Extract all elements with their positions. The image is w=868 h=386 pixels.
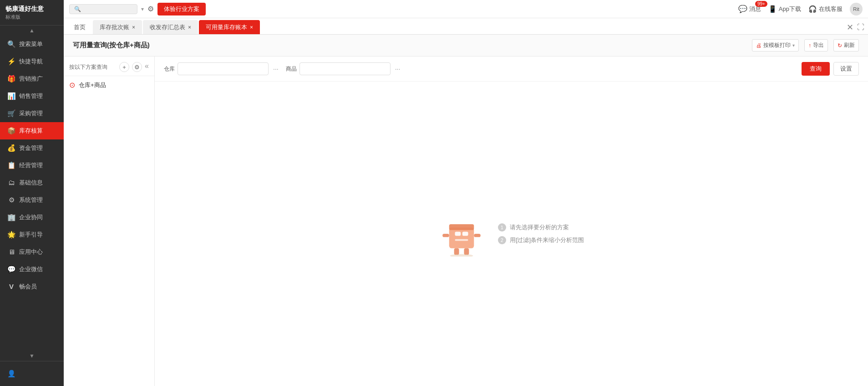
warehouse-field: 仓库 ···: [164, 62, 280, 75]
avatar-text: Rit: [853, 6, 859, 12]
search-action-buttons: 查询 设置: [802, 62, 859, 76]
svg-rect-1: [449, 224, 474, 230]
tip-num-2: 2: [498, 236, 506, 244]
tab-available-close-icon[interactable]: ×: [250, 25, 253, 30]
tab-collect-close-icon[interactable]: ×: [188, 25, 191, 30]
page-title: 可用量查询(按仓库+商品): [73, 41, 150, 50]
gear-icon: ⚙: [7, 196, 15, 204]
app-download-label: App下载: [779, 5, 801, 13]
topbar-search-field[interactable]: 🔍: [69, 4, 137, 14]
export-button[interactable]: ↑ 导出: [804, 39, 828, 51]
search-input[interactable]: [83, 6, 133, 12]
filter-item-warehouse-goods[interactable]: ⊙ 仓库+商品: [64, 76, 154, 94]
sidebar-item-user[interactable]: 👤: [0, 365, 64, 382]
settings-button[interactable]: 设置: [833, 62, 859, 76]
tabs-right-actions: ✕ ⛶: [847, 22, 864, 34]
empty-tips: 1 请先选择要分析的方案 2 用[过滤]条件来缩小分析范围: [498, 223, 584, 244]
topbar-settings-icon[interactable]: ⚙: [147, 5, 154, 13]
shortcut-icon: ⚡: [7, 57, 15, 66]
sidebar-item-wechat[interactable]: 💬 企业微信: [0, 261, 64, 278]
svg-rect-4: [455, 239, 468, 241]
chart-icon: 📊: [7, 92, 15, 100]
trial-industry-button[interactable]: 体验行业方案: [157, 3, 206, 15]
right-content: 仓库 ··· 商品 ··· 查询 设置: [155, 57, 868, 386]
headset-icon: 🎧: [808, 5, 817, 13]
sidebar-item-label: 库存核算: [19, 127, 43, 135]
sidebar-item-finance[interactable]: 💰 资金管理: [0, 139, 64, 157]
gift-icon: 🎁: [7, 75, 15, 83]
sidebar-item-sales[interactable]: 📊 销售管理: [0, 87, 64, 105]
clipboard-icon: 📋: [7, 161, 15, 170]
sidebar-item-member[interactable]: V 畅会员: [0, 278, 64, 295]
message-button[interactable]: 💬 消息 99+: [738, 5, 761, 13]
app-version: 标准版: [5, 14, 58, 21]
close-all-tabs-icon[interactable]: ✕: [847, 22, 853, 32]
print-chevron-icon: ▾: [792, 43, 795, 48]
print-button[interactable]: 🖨 按模板打印 ▾: [752, 39, 799, 51]
app-download-button[interactable]: 📱 App下载: [768, 5, 801, 13]
sidebar-item-label: 新手引导: [19, 231, 43, 239]
tab-available[interactable]: 可用量库存账本 ×: [199, 20, 260, 34]
sidebar-item-label: 应用中心: [19, 248, 43, 256]
scroll-down-btn[interactable]: ▼: [0, 351, 64, 361]
query-button[interactable]: 查询: [802, 62, 830, 76]
wechat-icon: 💬: [7, 265, 15, 273]
topbar: 🔍 ▾ ⚙ 体验行业方案 💬 消息 99+ 📱 App下载 🎧 在线客服 Rit: [64, 0, 868, 18]
building-icon: 🏢: [7, 213, 15, 221]
refresh-button[interactable]: ↻ 刷新: [833, 39, 859, 51]
warehouse-more-icon[interactable]: ···: [271, 65, 280, 72]
message-icon: 💬: [738, 5, 747, 13]
sidebar-item-enterprise[interactable]: 🏢 企业协同: [0, 209, 64, 226]
sidebar-item-search[interactable]: 🔍 搜索菜单: [0, 36, 64, 53]
tab-collect[interactable]: 收发存汇总表 ×: [143, 20, 198, 34]
message-badge: 99+: [755, 1, 767, 7]
user-avatar[interactable]: Rit: [850, 3, 863, 15]
sidebar-item-marketing[interactable]: 🎁 营销推广: [0, 70, 64, 87]
filter-settings-button[interactable]: ⚙: [132, 62, 142, 72]
settings-icon: ⚙: [134, 64, 140, 71]
dropdown-chevron-icon[interactable]: ▾: [141, 6, 144, 12]
page-header: 可用量查询(按仓库+商品) 🖨 按模板打印 ▾ ↑ 导出 ↻ 刷新: [64, 35, 868, 57]
filter-add-button[interactable]: +: [119, 62, 129, 72]
page-actions: 🖨 按模板打印 ▾ ↑ 导出 ↻ 刷新: [752, 39, 859, 51]
sidebar-item-label: 搜索菜单: [19, 40, 43, 48]
search-bar: 仓库 ··· 商品 ··· 查询 设置: [155, 57, 868, 82]
export-icon: ↑: [808, 42, 811, 49]
scroll-up-btn[interactable]: ▲: [0, 26, 64, 36]
star-icon: 🌟: [7, 231, 15, 239]
fullscreen-icon[interactable]: ⛶: [857, 23, 864, 31]
sidebar-item-purchase[interactable]: 🛒 采购管理: [0, 105, 64, 122]
sidebar-item-label: 畅会员: [19, 283, 37, 291]
customer-service-button[interactable]: 🎧 在线客服: [808, 5, 843, 13]
sidebar-item-newbie[interactable]: 🌟 新手引导: [0, 226, 64, 243]
sidebar-item-label: 基础信息: [19, 179, 43, 187]
svg-rect-2: [455, 232, 461, 236]
filter-title: 按以下方案查询: [69, 63, 107, 71]
warehouse-input[interactable]: [178, 62, 269, 75]
tab-batch[interactable]: 库存批次账 ×: [93, 20, 142, 34]
plus-icon: +: [122, 64, 126, 71]
goods-more-icon[interactable]: ···: [393, 65, 402, 72]
sidebar-item-inventory[interactable]: 📦 库存核算: [0, 122, 64, 139]
sidebar-item-shortcut[interactable]: ⚡ 快捷导航: [0, 53, 64, 70]
sidebar-item-apps[interactable]: 🖥 应用中心: [0, 243, 64, 261]
sidebar-bottom: 👤: [0, 361, 64, 386]
money-icon: 💰: [7, 144, 15, 152]
tab-batch-close-icon[interactable]: ×: [132, 25, 135, 30]
sidebar-item-label: 销售管理: [19, 92, 43, 100]
refresh-label: 刷新: [844, 41, 855, 49]
goods-input[interactable]: [299, 62, 391, 75]
filter-action-buttons: + ⚙ «: [119, 62, 149, 72]
tab-batch-label: 库存批次账: [100, 23, 129, 31]
sidebar-item-basic[interactable]: 🗂 基础信息: [0, 174, 64, 191]
filter-item-label: 仓库+商品: [79, 81, 106, 89]
tab-home[interactable]: 首页: [67, 21, 92, 34]
sidebar-item-label: 采购管理: [19, 109, 43, 118]
sidebar: 畅康通好生意 标准版 ▲ 🔍 搜索菜单 ⚡ 快捷导航 🎁 营销推广 📊 销售管理…: [0, 0, 64, 386]
sidebar-item-operation[interactable]: 📋 经营管理: [0, 157, 64, 174]
collapse-icon: «: [145, 62, 149, 70]
tip-text-1: 请先选择要分析的方案: [510, 223, 569, 232]
filter-collapse-button[interactable]: «: [145, 62, 149, 72]
sidebar-item-system[interactable]: ⚙ 系统管理: [0, 191, 64, 209]
svg-rect-8: [464, 248, 469, 255]
